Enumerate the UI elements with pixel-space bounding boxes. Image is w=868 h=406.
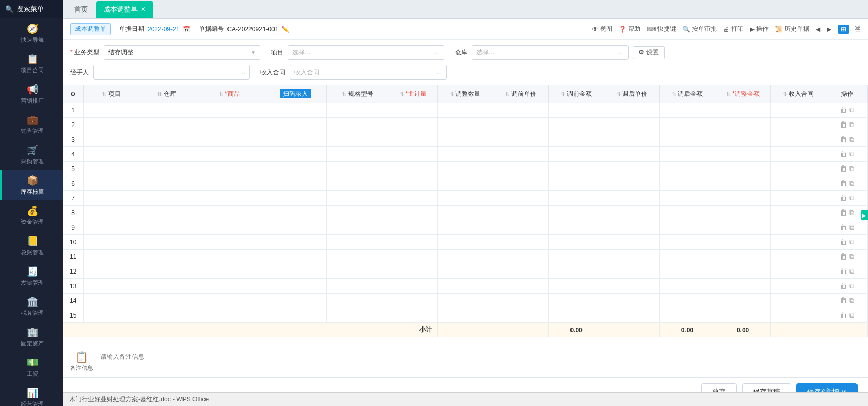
row-price-after[interactable] <box>604 279 659 294</box>
copy-icon[interactable]: ⧉ <box>849 252 854 261</box>
row-unit[interactable] <box>389 206 438 220</box>
row-spec[interactable] <box>326 162 389 176</box>
th-income[interactable]: ⇅ 收入合同 <box>771 85 826 103</box>
row-amount-after[interactable] <box>659 220 715 235</box>
calendar-icon[interactable]: 📅 <box>182 26 190 33</box>
row-amount-before[interactable] <box>549 118 604 132</box>
delete-icon[interactable]: 🗑 <box>840 120 847 129</box>
row-qty[interactable] <box>438 118 493 132</box>
delete-icon[interactable]: 🗑 <box>840 223 847 232</box>
sidebar-item-tax[interactable]: 🏛️ 税务管理 <box>0 291 63 321</box>
copy-icon[interactable]: ⧉ <box>849 311 854 320</box>
copy-icon[interactable]: ⧉ <box>849 150 854 159</box>
th-amount-before[interactable]: ⇅ 调前金额 <box>549 85 604 103</box>
row-scan[interactable] <box>264 220 326 235</box>
row-scan[interactable] <box>264 250 326 264</box>
row-income[interactable] <box>771 279 826 294</box>
delete-icon[interactable]: 🗑 <box>840 150 847 159</box>
row-qty[interactable] <box>438 132 493 147</box>
row-warehouse[interactable] <box>139 191 195 206</box>
th-amount-after[interactable]: ⇅ 调后金额 <box>659 85 715 103</box>
row-qty[interactable] <box>438 103 493 118</box>
row-price-before[interactable] <box>493 294 549 308</box>
row-income[interactable] <box>771 206 826 220</box>
help-btn[interactable]: ❓ 帮助 <box>619 25 641 33</box>
row-price-before[interactable] <box>493 191 549 206</box>
row-warehouse[interactable] <box>139 118 195 132</box>
row-spec[interactable] <box>326 191 389 206</box>
row-qty[interactable] <box>438 147 493 162</box>
row-project[interactable] <box>84 103 139 118</box>
tab-home[interactable]: 首页 <box>67 1 95 18</box>
row-price-before[interactable] <box>493 250 549 264</box>
income-contract-input[interactable]: 收入合同 ... <box>290 65 447 80</box>
row-adjust[interactable] <box>715 308 770 323</box>
row-price-after[interactable] <box>604 294 659 308</box>
delete-icon[interactable]: 🗑 <box>840 106 847 115</box>
row-goods[interactable] <box>195 206 264 220</box>
row-scan[interactable] <box>264 308 326 323</box>
row-goods[interactable] <box>195 132 264 147</box>
row-unit[interactable] <box>389 176 438 191</box>
copy-icon[interactable]: ⧉ <box>849 267 854 276</box>
row-amount-after[interactable] <box>659 279 715 294</box>
row-income[interactable] <box>771 250 826 264</box>
row-spec[interactable] <box>326 264 389 279</box>
row-price-before[interactable] <box>493 220 549 235</box>
row-project[interactable] <box>84 118 139 132</box>
row-adjust[interactable] <box>715 206 770 220</box>
row-unit[interactable] <box>389 279 438 294</box>
row-adjust[interactable] <box>715 176 770 191</box>
delete-icon[interactable]: 🗑 <box>840 296 847 305</box>
row-price-before[interactable] <box>493 103 549 118</box>
row-unit[interactable] <box>389 308 438 323</box>
review-btn[interactable]: 🔍 按单审批 <box>682 25 717 33</box>
row-project[interactable] <box>84 147 139 162</box>
row-scan[interactable] <box>264 191 326 206</box>
row-amount-before[interactable] <box>549 162 604 176</box>
remarks-input[interactable] <box>98 351 861 371</box>
row-amount-before[interactable] <box>549 220 604 235</box>
th-goods[interactable]: ⇅ *商品 <box>195 85 264 103</box>
row-scan[interactable] <box>264 162 326 176</box>
row-amount-before[interactable] <box>549 294 604 308</box>
row-amount-before[interactable] <box>549 132 604 147</box>
row-price-after[interactable] <box>604 206 659 220</box>
row-amount-before[interactable] <box>549 147 604 162</box>
row-unit[interactable] <box>389 294 438 308</box>
delete-icon[interactable]: 🗑 <box>840 311 847 320</box>
copy-icon[interactable]: ⧉ <box>849 296 854 305</box>
row-income[interactable] <box>771 118 826 132</box>
row-unit[interactable] <box>389 118 438 132</box>
row-adjust[interactable] <box>715 162 770 176</box>
row-adjust[interactable] <box>715 147 770 162</box>
row-qty[interactable] <box>438 250 493 264</box>
row-unit[interactable] <box>389 103 438 118</box>
row-amount-after[interactable] <box>659 250 715 264</box>
copy-icon[interactable]: ⧉ <box>849 179 854 188</box>
row-price-after[interactable] <box>604 162 659 176</box>
row-spec[interactable] <box>326 235 389 250</box>
row-amount-before[interactable] <box>549 279 604 294</box>
row-goods[interactable] <box>195 308 264 323</box>
delete-icon[interactable]: 🗑 <box>840 238 847 246</box>
sidebar-item-finance[interactable]: 💰 资金管理 <box>0 200 63 230</box>
row-scan[interactable] <box>264 103 326 118</box>
sidebar-item-project-contract[interactable]: 📋 项目合同 <box>0 48 63 78</box>
delete-icon[interactable]: 🗑 <box>840 281 847 290</box>
row-amount-after[interactable] <box>659 132 715 147</box>
sidebar-item-sales-promo[interactable]: 📢 营销推广 <box>0 78 63 109</box>
project-input[interactable]: 选择... ... <box>288 45 444 60</box>
warehouse-input[interactable]: 选择... ... <box>472 45 629 60</box>
row-price-after[interactable] <box>604 235 659 250</box>
row-amount-before[interactable] <box>549 235 604 250</box>
row-qty[interactable] <box>438 264 493 279</box>
row-spec[interactable] <box>326 308 389 323</box>
row-price-after[interactable] <box>604 118 659 132</box>
row-unit[interactable] <box>389 264 438 279</box>
row-scan[interactable] <box>264 264 326 279</box>
row-income[interactable] <box>771 176 826 191</box>
print-btn[interactable]: 🖨 打印 <box>723 25 744 33</box>
row-qty[interactable] <box>438 176 493 191</box>
sidebar-item-operations[interactable]: 📊 经营管理 <box>0 382 63 406</box>
